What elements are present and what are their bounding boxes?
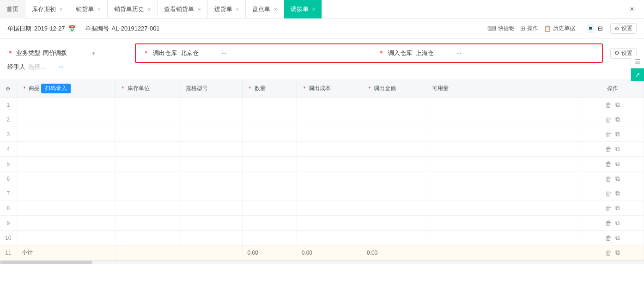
person-more-icon[interactable]: ··· (59, 63, 63, 71)
row-5-cost[interactable] (297, 157, 362, 171)
row-10-spec[interactable] (181, 231, 243, 245)
delete-icon-4[interactable]: 🗑 (605, 146, 612, 153)
row-6-qty[interactable] (243, 171, 297, 186)
copy-icon-11[interactable]: ⧉ (615, 249, 620, 256)
row-2-cost[interactable] (297, 112, 362, 127)
row-3-qty[interactable] (243, 127, 297, 142)
delete-icon-10[interactable]: 🗑 (605, 234, 612, 242)
copy-icon-6[interactable]: ⧉ (615, 175, 620, 183)
delete-icon-8[interactable]: 🗑 (605, 205, 612, 212)
row-10-qty[interactable] (243, 231, 297, 245)
delete-icon-2[interactable]: 🗑 (605, 116, 612, 123)
delete-icon-6[interactable]: 🗑 (605, 175, 612, 183)
copy-icon-9[interactable]: ⧉ (615, 219, 620, 227)
row-5-qty[interactable] (243, 157, 297, 171)
history-button[interactable]: 📋 历史单据 (544, 24, 575, 32)
row-7-cost[interactable] (297, 186, 362, 201)
delete-icon-3[interactable]: 🗑 (605, 131, 612, 138)
tab-inventory-init-close[interactable]: × (60, 6, 62, 12)
tab-inventory-init[interactable]: 库存期初 × (25, 0, 69, 18)
row-2-goods[interactable] (17, 112, 115, 127)
sidebar-expand-button[interactable]: ↗ (631, 68, 644, 81)
tab-purchase-order[interactable]: 进货单 × (208, 0, 246, 18)
biz-type-dropdown-icon[interactable]: ▾ (92, 50, 95, 57)
copy-icon-5[interactable]: ⧉ (615, 160, 620, 168)
copy-icon-4[interactable]: ⧉ (615, 145, 620, 153)
row-3-amount[interactable] (362, 127, 427, 142)
copy-icon-2[interactable]: ⧉ (615, 116, 620, 123)
row-5-spec[interactable] (181, 157, 243, 171)
tab-transfer-close[interactable]: × (312, 6, 315, 12)
tab-stocktake-close[interactable]: × (274, 6, 277, 12)
tab-purchase-order-close[interactable]: × (236, 6, 239, 12)
row-10-amount[interactable] (362, 231, 427, 245)
copy-icon-7[interactable]: ⧉ (615, 189, 620, 197)
date-value[interactable]: 2019-12-27 (34, 25, 65, 32)
row-5-amount[interactable] (362, 157, 427, 171)
person-value[interactable]: 选择... (28, 63, 56, 71)
tab-home[interactable]: 首页 (0, 0, 25, 18)
delete-icon-1[interactable]: 🗑 (605, 101, 612, 109)
row-2-amount[interactable] (362, 112, 427, 127)
copy-icon-3[interactable]: ⧉ (615, 130, 620, 138)
tab-sales-history-close[interactable]: × (148, 6, 151, 12)
row-1-amount[interactable] (362, 98, 427, 112)
tab-view-sales[interactable]: 查看销货单 × (158, 0, 207, 18)
transfer-out-value[interactable]: 北京仓 (181, 49, 218, 57)
tab-transfer[interactable]: 调拨单 × (284, 0, 322, 18)
scan-button[interactable]: 扫码录入 (41, 84, 71, 93)
col-settings[interactable]: ⚙ (0, 80, 17, 98)
row-1-cost[interactable] (297, 98, 362, 112)
row-2-spec[interactable] (181, 112, 243, 127)
layout-grid-icon[interactable]: ⊟ (596, 24, 605, 33)
window-close-button[interactable]: × (625, 2, 639, 17)
sidebar-list-button[interactable]: ☰ (631, 55, 644, 68)
row-6-unit[interactable] (115, 171, 181, 186)
row-7-goods[interactable] (17, 186, 115, 201)
row-4-goods[interactable] (17, 142, 115, 157)
tab-view-sales-close[interactable]: × (198, 6, 200, 12)
row-3-unit[interactable] (115, 127, 181, 142)
row-10-goods[interactable] (17, 231, 115, 245)
copy-icon-1[interactable]: ⧉ (615, 101, 620, 109)
row-11-unit[interactable] (115, 245, 181, 260)
row-8-qty[interactable] (243, 201, 297, 216)
row-8-goods[interactable] (17, 201, 115, 216)
row-7-unit[interactable] (115, 186, 181, 201)
delete-icon-11[interactable]: 🗑 (605, 249, 612, 256)
row-1-qty[interactable] (243, 98, 297, 112)
row-9-amount[interactable] (362, 216, 427, 231)
row-1-spec[interactable] (181, 98, 243, 112)
row-9-cost[interactable] (297, 216, 362, 231)
delete-icon-9[interactable]: 🗑 (605, 220, 612, 227)
copy-icon-8[interactable]: ⧉ (615, 204, 620, 212)
delete-icon-7[interactable]: 🗑 (605, 190, 612, 197)
row-5-goods[interactable] (17, 157, 115, 171)
setting-button[interactable]: ⚙ 设置 (610, 23, 637, 34)
row-4-qty[interactable] (243, 142, 297, 157)
row-5-unit[interactable] (115, 157, 181, 171)
layout-list-icon[interactable]: ≡ (587, 24, 594, 33)
row-6-spec[interactable] (181, 171, 243, 186)
row-10-cost[interactable] (297, 231, 362, 245)
row-6-cost[interactable] (297, 171, 362, 186)
delete-icon-5[interactable]: 🗑 (605, 160, 612, 168)
biz-type-value[interactable]: 同价调拨 (43, 49, 89, 57)
row-4-cost[interactable] (297, 142, 362, 157)
scrollbar-thumb[interactable] (0, 261, 92, 264)
row-7-spec[interactable] (181, 186, 243, 201)
row-7-amount[interactable] (362, 186, 427, 201)
transfer-in-more-icon[interactable]: ··· (456, 49, 461, 57)
transfer-in-value[interactable]: 上海仓 (416, 49, 453, 57)
row-1-goods[interactable] (17, 98, 115, 112)
row-9-qty[interactable] (243, 216, 297, 231)
row-8-unit[interactable] (115, 201, 181, 216)
row-11-spec[interactable] (181, 245, 243, 260)
row-8-spec[interactable] (181, 201, 243, 216)
row-3-spec[interactable] (181, 127, 243, 142)
row-3-goods[interactable] (17, 127, 115, 142)
copy-icon-10[interactable]: ⧉ (615, 234, 620, 242)
ops-button[interactable]: ⊞ 操作 (520, 24, 538, 32)
calendar-icon[interactable]: 📅 (68, 25, 76, 32)
tab-stocktake[interactable]: 盘点单 × (246, 0, 284, 18)
